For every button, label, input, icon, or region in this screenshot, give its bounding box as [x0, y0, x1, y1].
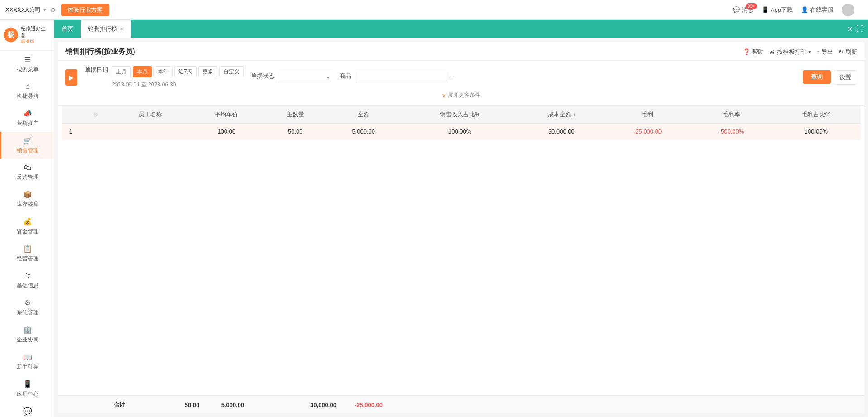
help-label: 帮助	[752, 48, 764, 56]
message-badge: 99+	[746, 3, 757, 9]
data-table: ⚙ 员工名称 平均单价 主数量 全额 销售收入占比% 成本全额 ℹ 毛利 毛利率…	[62, 106, 861, 140]
sidebar-item-enterprise[interactable]: 🏢 企业协同	[0, 321, 54, 348]
sidebar-item-guide[interactable]: 📖 新手引导	[0, 348, 54, 375]
marketing-icon: 📣	[23, 109, 32, 118]
avatar[interactable]	[842, 4, 854, 16]
help-button[interactable]: ❓ 帮助	[743, 48, 764, 56]
basic-info-icon: 🗂	[24, 272, 31, 280]
col-avg-price: 平均单价	[188, 106, 264, 124]
cell-sales-ratio: 100.00%	[401, 124, 519, 140]
tab-sales-ranking[interactable]: 销售排行榜 ✕	[81, 20, 131, 38]
operations-icon: 📋	[23, 244, 32, 253]
table-footer: 合计 50.00 5,000.00 30,000.00 -25,000.00	[58, 395, 864, 413]
goods-filter-label: 商品	[340, 72, 351, 80]
cell-gross-ratio: 100.00%	[772, 124, 861, 140]
expand-row: ∨ 展开更多条件	[65, 89, 857, 100]
this-year-btn[interactable]: 本年	[153, 66, 173, 77]
more-btn[interactable]: 更多	[198, 66, 217, 77]
company-gear-icon[interactable]: ⚙	[50, 6, 56, 14]
footer-label: 合计	[101, 401, 138, 409]
message-item[interactable]: 💬 消息 99+	[733, 6, 753, 14]
finance-icon: 💰	[23, 217, 32, 226]
date-filter-col: 上月 本月 本年 近7天 更多 自定义 2023-06-01 至 2023-06…	[112, 66, 244, 89]
system-icon: ⚙	[24, 298, 31, 307]
sidebar-item-operations[interactable]: 📋 经营管理	[0, 240, 54, 267]
expand-chevron-icon: ∨	[442, 92, 446, 99]
tab-close-icon[interactable]: ✕	[120, 26, 124, 32]
expand-btn[interactable]: ∨ 展开更多条件	[442, 91, 480, 99]
trial-button[interactable]: 体验行业方案	[61, 4, 109, 16]
purchase-icon: 🛍	[24, 163, 31, 172]
sidebar-item-basic-info[interactable]: 🗂 基础信息	[0, 267, 54, 294]
cell-settings	[80, 124, 112, 140]
main-layout: 畅 畅康通好生意 标准版 ☰ 搜索菜单 ⌂ 快捷导航 📣 营销推广 🛒 销售管理…	[0, 20, 868, 417]
col-gross: 毛利	[604, 106, 691, 124]
col-sales-ratio: 销售收入占比%	[401, 106, 519, 124]
app-download-icon: 📱	[762, 6, 769, 13]
status-select-wrapper	[278, 72, 332, 83]
col-name: 员工名称	[112, 106, 188, 124]
cell-rank: 1	[62, 124, 80, 140]
print-button[interactable]: 🖨 按模板打印 ▾	[769, 48, 811, 56]
guide-icon: 📖	[23, 353, 32, 361]
sidebar-item-purchase[interactable]: 🛍 采购管理	[0, 159, 54, 186]
print-chevron-icon: ▾	[808, 48, 811, 55]
this-month-btn[interactable]: 本月	[133, 66, 152, 77]
filter-arrow-button[interactable]: ▶	[65, 69, 77, 86]
cell-avg-price: 100.00	[188, 124, 264, 140]
tab-close-window-icon[interactable]: ✕	[847, 25, 853, 34]
export-button[interactable]: ↑ 导出	[817, 48, 834, 56]
sidebar-item-search[interactable]: ☰ 搜索菜单	[0, 51, 54, 78]
custom-btn[interactable]: 自定义	[219, 66, 244, 77]
help-icon: ❓	[743, 48, 750, 55]
col-gross-ratio: 毛利占比%	[772, 106, 861, 124]
table-row: 1 100.00 50.00 5,000.00 100.00% 30,000.0…	[62, 124, 861, 140]
online-service-item[interactable]: 👤 在线客服	[801, 6, 834, 14]
refresh-button[interactable]: ↻ 刷新	[839, 48, 857, 56]
content-area: 首页 销售排行榜 ✕ ✕ ⛶ 销售排行榜(按业务员) ❓ 帮助	[54, 20, 868, 417]
tab-home[interactable]: 首页	[54, 20, 81, 38]
query-button[interactable]: 查询	[803, 70, 831, 84]
company-name: XXXXXX公司	[5, 6, 41, 14]
expand-label: 展开更多条件	[448, 91, 480, 99]
tab-sales-ranking-label: 销售排行榜	[88, 25, 117, 33]
sidebar-label-search: 搜索菜单	[17, 66, 38, 73]
print-label: 按模板打印	[777, 48, 806, 56]
sidebar-item-marketing[interactable]: 📣 营销推广	[0, 105, 54, 132]
company-chevron-icon: ▾	[43, 7, 46, 13]
app-download-item[interactable]: 📱 App下载	[762, 6, 793, 14]
sidebar-label-app-center: 应用中心	[17, 390, 38, 398]
goods-more-btn[interactable]: ...	[450, 72, 455, 78]
last7-btn[interactable]: 近7天	[174, 66, 197, 77]
cell-cost: 30,000.00	[519, 124, 604, 140]
sidebar-item-sales[interactable]: 🛒 销售管理	[0, 132, 54, 159]
date-filter-group: 单据日期 上月 本月 本年 近7天 更多 自定义 2023-06-01 至 20…	[85, 66, 244, 89]
sidebar-item-finance[interactable]: 💰 资金管理	[0, 213, 54, 240]
settings-button[interactable]: 设置	[834, 70, 857, 85]
sidebar-label-system: 系统管理	[17, 309, 38, 316]
status-select[interactable]	[278, 72, 332, 83]
enterprise-icon: 🏢	[23, 326, 32, 334]
sidebar-item-wechat[interactable]: 💬 企业微信	[0, 403, 54, 417]
cell-name	[112, 124, 188, 140]
tab-restore-icon[interactable]: ⛶	[856, 25, 863, 33]
top-bar: XXXXXX公司 ▾ ⚙ 体验行业方案 💬 消息 99+ 📱 App下载 👤 在…	[0, 0, 868, 20]
date-filter-buttons: 上月 本月 本年 近7天 更多 自定义	[112, 66, 244, 77]
export-label: 导出	[821, 48, 833, 56]
logo-text-block: 畅康通好生意 标准版	[21, 25, 50, 45]
sidebar-item-quick-nav[interactable]: ⌂ 快捷导航	[0, 78, 54, 105]
sidebar-label-finance: 资金管理	[17, 228, 38, 235]
sidebar-item-system[interactable]: ⚙ 系统管理	[0, 294, 54, 321]
prev-month-btn[interactable]: 上月	[112, 66, 131, 77]
sidebar-item-app-center[interactable]: 📱 应用中心	[0, 375, 54, 403]
app-center-icon: 📱	[23, 380, 32, 388]
search-menu-icon: ☰	[24, 55, 31, 64]
sidebar: 畅 畅康通好生意 标准版 ☰ 搜索菜单 ⌂ 快捷导航 📣 营销推广 🛒 销售管理…	[0, 20, 54, 417]
online-service-label: 在线客服	[810, 6, 834, 14]
goods-input[interactable]	[355, 72, 446, 83]
col-settings[interactable]: ⚙	[80, 106, 112, 124]
table-header-row: ⚙ 员工名称 平均单价 主数量 全额 销售收入占比% 成本全额 ℹ 毛利 毛利率…	[62, 106, 861, 124]
company-selector[interactable]: XXXXXX公司 ▾	[5, 6, 46, 14]
sidebar-item-inventory[interactable]: 📦 库存核算	[0, 186, 54, 213]
page-container: 销售排行榜(按业务员) ❓ 帮助 🖨 按模板打印 ▾ ↑ 导出	[58, 42, 864, 413]
